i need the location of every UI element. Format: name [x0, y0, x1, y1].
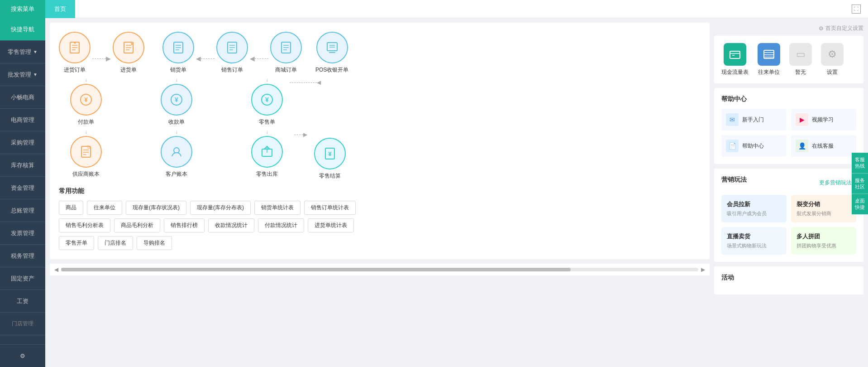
func-btn-sales-stat[interactable]: 销货单统计表 [254, 201, 300, 215]
sidebar-item-retail[interactable]: 零售管理 ▼ [0, 41, 45, 63]
sidebar-item-inventory[interactable]: 库存核算 [0, 154, 45, 177]
common-functions: 常用功能 商品 往来单位 现存量(库存状况表) 现存量(库存分布表) 销货单统计… [59, 187, 701, 250]
func-btn-stock-dist[interactable]: 现存量(库存分布表) [190, 201, 251, 215]
qa-contacts[interactable]: 往来单位 [758, 43, 780, 76]
more-marketing-link[interactable]: 更多营销玩法 > [819, 179, 856, 187]
help-title: 帮助中心 [721, 95, 856, 103]
svg-rect-20 [327, 43, 337, 51]
func-btn-payment-stat[interactable]: 付款情况统计 [258, 218, 304, 232]
func-btn-guide-rank[interactable]: 导购排名 [137, 236, 172, 250]
sidebar-item-quicknav[interactable]: 快捷导航 [0, 18, 45, 41]
node-mall-order[interactable]: 商城订单 [270, 32, 302, 74]
scroll-left-button[interactable]: ◀ [54, 266, 58, 273]
help-item-video[interactable]: ▶ 视频学习 [791, 109, 856, 130]
marketing-member[interactable]: 会员拉新 吸引用户成为会员 [721, 195, 787, 222]
sidebar-item-xiaochang[interactable]: 小畅电商 [0, 86, 45, 109]
sidebar-item-invoice[interactable]: 发票管理 [0, 222, 45, 245]
gear-icon: ⚙ [20, 353, 25, 359]
func-btn-retail-order[interactable]: 零售开单 [59, 236, 94, 250]
group-title: 多人拼团 [796, 232, 851, 241]
retail-out-label: 零售出库 [256, 170, 278, 178]
func-btn-store-rank[interactable]: 门店排名 [98, 236, 133, 250]
live-desc: 场景式购物新玩法 [727, 242, 781, 249]
qa-cashflow[interactable]: 现金流量表 [721, 43, 749, 76]
sidebar-item-assets[interactable]: 固定资产 [0, 267, 45, 290]
node-col-receipt: ↓ ¥ 收款单 [149, 76, 204, 126]
marketing-group[interactable]: 多人拼团 拼团购物享受优惠 [791, 227, 856, 255]
quick-nav-card: 进货订单 ▶ [50, 23, 710, 259]
retail-settle-label: 零售结算 [319, 172, 341, 180]
flow-diagram: 进货订单 ▶ [59, 32, 701, 180]
down-arrow-retail-out: ↓ [266, 128, 268, 136]
sidebar-item-ledger[interactable]: 总账管理 [0, 199, 45, 222]
sidebar-item-tax[interactable]: 税务管理 [0, 245, 45, 267]
sidebar-item-ecommerce[interactable]: 电商管理 [0, 109, 45, 131]
scroll-right-button[interactable]: ▶ [701, 266, 705, 273]
supplier-icon[interactable] [70, 136, 102, 168]
activity-card: 活动 [714, 266, 863, 295]
help-label: 帮助中心 [742, 142, 764, 150]
payment-icon[interactable]: ¥ [70, 84, 102, 116]
func-btn-goods[interactable]: 商品 [59, 201, 83, 215]
group-desc: 拼团购物享受优惠 [796, 242, 851, 249]
retail-settle-icon[interactable]: ¥ [314, 138, 346, 169]
marketing-fission[interactable]: 裂变分销 裂式发展分销商 [791, 195, 856, 222]
pos-label: POS收银开单 [315, 66, 348, 74]
func-btn-sales-profit[interactable]: 销售毛利分析表 [59, 218, 110, 232]
marketing-live[interactable]: 直播卖货 场景式购物新玩法 [721, 227, 787, 255]
node-purchase-bill[interactable]: 进货单 [113, 32, 144, 74]
node-sales-order[interactable]: 销售订单 [216, 32, 248, 74]
func-btn-purchase-stat[interactable]: 进货单统计表 [308, 218, 354, 232]
sidebar-item-funds[interactable]: 资金管理 [0, 177, 45, 199]
help-item-help[interactable]: 📄 帮助中心 [721, 135, 787, 157]
help-item-service[interactable]: 👤 在线客服 [791, 135, 856, 157]
func-btn-goods-profit[interactable]: 商品毛利分析 [114, 218, 160, 232]
help-card: 帮助中心 ✉ 新手入门 ▶ 视频学习 📄 帮助中心 👤 [714, 88, 863, 164]
func-btn-receipt-stat[interactable]: 收款情况统计 [208, 218, 254, 232]
service-icon: 👤 [796, 140, 808, 152]
fullscreen-button[interactable]: ⛶ [852, 5, 861, 14]
help-item-beginner[interactable]: ✉ 新手入门 [721, 109, 787, 130]
search-menu[interactable]: 搜索菜单 [0, 0, 45, 18]
settings-icon: ⚙ [821, 43, 844, 66]
live-title: 直播卖货 [727, 232, 781, 241]
func-grid-row1: 商品 往来单位 现存量(库存状况表) 现存量(库存分布表) 销货单统计表 销售订… [59, 201, 701, 215]
purchase-bill-icon [113, 32, 144, 63]
retail-bill-icon[interactable]: ¥ [251, 84, 283, 116]
sidebar-item-wholesale[interactable]: 批发管理 ▼ [0, 63, 45, 86]
sales-bill-icon [162, 32, 194, 63]
func-grid-row3: 零售开单 门店排名 导购排名 [59, 236, 701, 250]
sales-bill-label: 销货单 [170, 66, 186, 74]
sidebar-item-store[interactable]: 门店管理 [0, 313, 45, 335]
customer-label: 客户账本 [166, 170, 187, 178]
node-col-payment: ↓ ¥ 付款单 [59, 76, 113, 126]
sidebar-item-payroll[interactable]: 工资 [0, 290, 45, 313]
node-sales-bill[interactable]: 销货单 [162, 32, 194, 74]
scroll-thumb[interactable] [61, 268, 571, 271]
receipt-label: 收款单 [168, 118, 185, 126]
qa-none[interactable]: ▭ 暂无 [789, 43, 812, 76]
func-btn-sales-order-stat[interactable]: 销售订单统计表 [304, 201, 356, 215]
float-btn-desktop[interactable]: 桌面快捷 [852, 194, 868, 214]
receipt-icon[interactable]: ¥ [161, 84, 192, 116]
customize-button[interactable]: ⚙ 首页自定义设置 [819, 24, 863, 32]
sidebar-gear-button[interactable]: ⚙ [0, 344, 45, 367]
qa-settings[interactable]: ⚙ 设置 [821, 43, 844, 76]
tab-home[interactable]: 首页 [45, 0, 75, 18]
beginner-icon: ✉ [726, 113, 739, 126]
sidebar-item-purchase[interactable]: 采购管理 [0, 131, 45, 154]
float-btn-hotline[interactable]: 客服热线 [852, 153, 868, 174]
float-btn-community[interactable]: 服务社区 [852, 174, 868, 194]
float-buttons: 客服热线 服务社区 桌面快捷 [852, 153, 868, 214]
activity-title: 活动 [721, 274, 856, 282]
func-btn-stock-status[interactable]: 现存量(库存状况表) [126, 201, 186, 215]
node-pos[interactable]: POS收银开单 [315, 32, 348, 74]
func-btn-sales-rank[interactable]: 销售排行榜 [164, 218, 205, 232]
sales-order-label: 销售订单 [221, 66, 243, 74]
retail-out-icon[interactable] [251, 136, 283, 168]
node-purchase-order[interactable]: 进货订单 [59, 32, 91, 74]
customer-icon[interactable] [161, 136, 192, 168]
fission-desc: 裂式发展分销商 [796, 210, 851, 217]
func-btn-contacts[interactable]: 往来单位 [87, 201, 122, 215]
sidebar: 快捷导航 零售管理 ▼ 批发管理 ▼ 小畅电商 电商管理 采购管理 库存核算 资… [0, 18, 45, 367]
